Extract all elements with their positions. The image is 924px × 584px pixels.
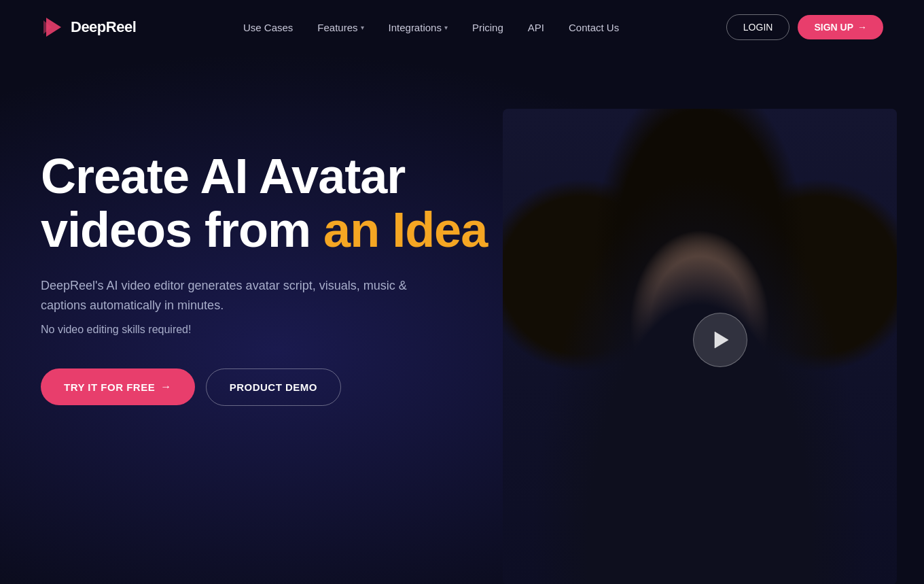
login-button[interactable]: LOGIN bbox=[726, 14, 790, 40]
logo-text: DeepReel bbox=[71, 18, 136, 36]
hero-buttons: TRY IT FOR FREE → PRODUCT DEMO bbox=[41, 368, 487, 406]
hero-note: No video editing skills required! bbox=[41, 324, 487, 336]
signup-arrow-icon: → bbox=[857, 22, 867, 33]
try-free-arrow-icon: → bbox=[160, 381, 172, 393]
hero-section: Create AI Avatar videos from an Idea Dee… bbox=[0, 54, 924, 584]
svg-marker-2 bbox=[715, 332, 728, 348]
nav-use-cases[interactable]: Use Cases bbox=[243, 22, 293, 33]
navbar: DeepReel Use Cases Features ▾ Integratio… bbox=[0, 0, 924, 54]
nav-links: Use Cases Features ▾ Integrations ▾ Pric… bbox=[243, 22, 619, 33]
logo-icon bbox=[41, 15, 65, 39]
features-chevron: ▾ bbox=[361, 24, 364, 31]
nav-contact[interactable]: Contact Us bbox=[569, 22, 619, 33]
nav-pricing[interactable]: Pricing bbox=[472, 22, 503, 33]
logo[interactable]: DeepReel bbox=[41, 15, 136, 39]
try-free-button[interactable]: TRY IT FOR FREE → bbox=[41, 368, 195, 405]
play-icon bbox=[708, 328, 732, 352]
signup-button[interactable]: SIGN UP → bbox=[798, 15, 883, 39]
nav-actions: LOGIN SIGN UP → bbox=[726, 14, 883, 40]
nav-features[interactable]: Features ▾ bbox=[317, 22, 363, 33]
nav-api[interactable]: API bbox=[528, 22, 544, 33]
product-demo-button[interactable]: PRODUCT DEMO bbox=[206, 368, 341, 406]
nav-integrations[interactable]: Integrations ▾ bbox=[389, 22, 448, 33]
hero-content: Create AI Avatar videos from an Idea Dee… bbox=[41, 109, 487, 406]
integrations-chevron: ▾ bbox=[444, 24, 448, 31]
hero-image-area bbox=[435, 54, 924, 584]
hero-title: Create AI Avatar videos from an Idea bbox=[41, 150, 487, 257]
hero-description: DeepReel's AI video editor generates ava… bbox=[41, 276, 421, 315]
play-button[interactable] bbox=[693, 313, 747, 367]
